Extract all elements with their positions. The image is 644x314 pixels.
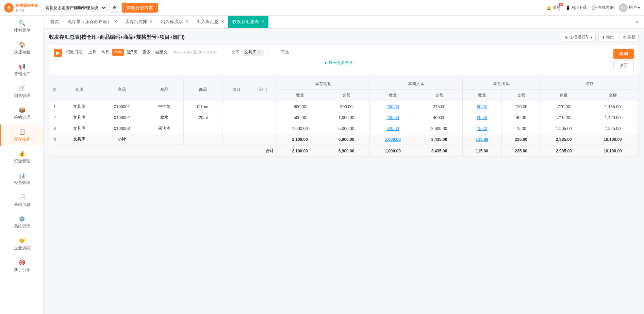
- sidebar-item-system[interactable]: ⚙️ 系统管理: [0, 212, 43, 233]
- row2-out-qty[interactable]: 20.00: [462, 112, 501, 123]
- date-btn-custom[interactable]: 自定义: [153, 49, 169, 56]
- user-menu[interactable]: Ea 用户 ▾: [619, 3, 640, 12]
- support-icon: 💬: [592, 5, 597, 10]
- tabs-bar: 首页 现存量（库存分布表） ✕ 库存批次账 ✕ 出入库流水 ✕ 出入库汇总 ✕ …: [44, 16, 644, 29]
- finance-icon: 💰: [19, 150, 26, 157]
- date-filter-label: 记账日期: [66, 49, 82, 55]
- row3-out-amt: 75.00: [501, 123, 541, 134]
- warehouse-more[interactable]: ...: [266, 50, 270, 55]
- tab-batch-close[interactable]: ✕: [150, 19, 153, 24]
- tab-inout-flow-close[interactable]: ✕: [185, 19, 188, 24]
- printer-icon: 🖨: [564, 35, 568, 40]
- sidebar-item-quick-nav[interactable]: 🏠 快捷导航: [0, 37, 43, 59]
- bell-icon: 🔔: [546, 5, 551, 10]
- tab-stock-dist-close[interactable]: ✕: [114, 19, 117, 24]
- print-button[interactable]: 🖨 按模板打印 ▾: [561, 33, 596, 42]
- tab-recv-send-label: 收发存汇总表: [232, 19, 259, 25]
- sidebar-item-finance[interactable]: 💰 资金管理: [0, 146, 43, 168]
- date-btn-7days[interactable]: 近7天: [125, 49, 139, 56]
- sidebar-item-purchase[interactable]: 📦 采购管理: [0, 103, 43, 125]
- row3-name: 采访本: [145, 123, 184, 134]
- main-wrapper: 🔍 搜索菜单 🏠 快捷导航 📢 营销推广 🛒 销售管理 📦 采购管理 📋 库存核…: [0, 16, 644, 314]
- col-name: 商品: [145, 78, 184, 101]
- sidebar-item-inventory[interactable]: 📋 库存核算: [0, 125, 43, 146]
- app-download-button[interactable]: 📱 App下载: [565, 5, 587, 11]
- row1-bal-amt: 1,155.00: [587, 101, 639, 112]
- row2-in-qty[interactable]: 230.00: [369, 112, 416, 123]
- page-header: 收发存汇总表(按仓库+商品编码+商品+规格型号+项目+部门) 🖨 按模板打印 ▾…: [49, 33, 639, 42]
- sidebar-label-inventory: 库存核算: [14, 136, 30, 142]
- sidebar-item-sales[interactable]: 🛒 销售管理: [0, 81, 43, 103]
- row3-open-qty: 1,000.00: [277, 123, 323, 134]
- data-table: ⚙ 仓库 商品 商品 商品 项目 部门 库存期初 本期入库 本期出库 结存: [49, 78, 639, 157]
- row2-bal-amt: 1,420.00: [587, 112, 639, 123]
- col-bal-qty: 数量: [541, 90, 587, 101]
- tab-stock-dist-label: 现存量（库存分布表）: [67, 19, 112, 25]
- settings-icon[interactable]: ⚙: [110, 3, 119, 13]
- download-icon: 📱: [565, 5, 571, 10]
- row2-no: 2: [49, 112, 60, 123]
- sidebar-item-enterprise[interactable]: 🤝 企业协同: [0, 233, 43, 255]
- table-gear-icon[interactable]: ⚙: [52, 87, 57, 93]
- query-button[interactable]: 查询: [613, 49, 634, 59]
- table-row: 3 文具库 0100003 采访本 1,000.00 5,000.00 520.…: [49, 123, 639, 134]
- col-out-amt: 金额: [501, 90, 541, 101]
- close-all-tabs[interactable]: ✕: [633, 19, 641, 25]
- tab-recv-send-close[interactable]: ✕: [261, 19, 264, 24]
- sidebar-item-business[interactable]: 📊 经营管理: [0, 168, 43, 190]
- col-out-qty: 数量: [462, 90, 501, 101]
- subtotal-out-qty[interactable]: 115.00: [462, 134, 501, 145]
- sidebar: 🔍 搜索菜单 🏠 快捷导航 📢 营销推广 🛒 销售管理 📦 采购管理 📋 库存核…: [0, 16, 44, 314]
- date-btn-this-year[interactable]: 本年: [112, 49, 124, 56]
- sidebar-label-search: 搜索菜单: [14, 28, 30, 33]
- sidebar-item-newbie[interactable]: 🎯 新手引导: [0, 255, 43, 277]
- experience-button[interactable]: 体验行业方案: [122, 3, 158, 13]
- subtotal-in-amt: 3,435.00: [416, 134, 462, 145]
- system-selector[interactable]: 装备及固定资产辅助管理系统: [41, 4, 107, 12]
- total-out-amt: 235.00: [501, 145, 541, 157]
- subtotal-out-amt: 235.00: [501, 134, 541, 145]
- refresh-icon: ↻: [623, 35, 626, 40]
- subtotal-in-qty[interactable]: 1,000.00: [369, 134, 416, 145]
- filter-settings-button[interactable]: 设置: [613, 60, 634, 71]
- online-support-button[interactable]: 💬 在线客服: [592, 5, 614, 11]
- tab-home[interactable]: 首页: [46, 16, 63, 29]
- row1-dept: [250, 101, 277, 112]
- expand-more-button[interactable]: ▼ 展开更多条件: [324, 60, 353, 66]
- tab-batch[interactable]: 库存批次账 ✕: [121, 16, 157, 29]
- subtotal-open-qty: 2,100.00: [277, 134, 323, 145]
- date-btn-this-month[interactable]: 本月: [99, 49, 111, 56]
- sidebar-item-basic[interactable]: 📄 基础信息: [0, 190, 43, 212]
- refresh-button[interactable]: ↻ 刷新: [620, 33, 639, 42]
- tab-inout-summary-close[interactable]: ✕: [221, 19, 224, 24]
- sidebar-item-marketing[interactable]: 📢 营销推广: [0, 59, 43, 81]
- row1-in-qty[interactable]: 250.00: [369, 101, 416, 112]
- row2-spec: 20ml: [184, 112, 223, 123]
- row3-out-qty[interactable]: 15.00: [462, 123, 501, 134]
- filter-row-1: 记账日期 上月 本月 本年 近7天 更多 自定义 2023-01-01 至 20…: [66, 49, 611, 56]
- total-bal-amt: 10,100.00: [587, 145, 639, 157]
- top-bar: 6 畅捷通好生意 标准版 装备及固定资产辅助管理系统 ⚙ 体验行业方案 🔔 消息…: [0, 0, 644, 16]
- tab-inout-summary[interactable]: 出入库汇总 ✕: [193, 16, 228, 29]
- row1-out-qty[interactable]: 80.00: [462, 101, 501, 112]
- row3-in-qty[interactable]: 520.00: [369, 123, 416, 134]
- top-bar-left: 6 畅捷通好生意 标准版 装备及固定资产辅助管理系统 ⚙ 体验行业方案: [4, 3, 158, 13]
- date-range-display: 2023-01-01 至 2023-12-31: [173, 50, 217, 55]
- date-btn-prev-month[interactable]: 上月: [86, 49, 98, 56]
- filter-main: 记账日期 上月 本月 本年 近7天 更多 自定义 2023-01-01 至 20…: [66, 49, 611, 66]
- tab-stock-dist[interactable]: 现存量（库存分布表） ✕: [63, 16, 121, 29]
- sidebar-item-search[interactable]: 🔍 搜索菜单: [0, 16, 43, 37]
- goods-more[interactable]: ...: [291, 50, 295, 55]
- filter-area: ▶ 记账日期 上月 本月 本年 近7天 更多 自定义: [49, 45, 639, 75]
- row3-project: [223, 123, 250, 134]
- sales-icon: 🛒: [19, 85, 26, 92]
- warehouse-tag-remove[interactable]: ✕: [258, 50, 261, 54]
- warehouse-filter: 仓库 文具库 ✕ ...: [231, 49, 270, 56]
- date-btn-more[interactable]: 更多: [141, 49, 152, 56]
- tab-recv-send[interactable]: 收发存汇总表 ✕: [228, 16, 268, 29]
- total-open-qty: 2,100.00: [277, 145, 323, 157]
- filter-toggle[interactable]: ▶: [54, 49, 62, 57]
- export-button[interactable]: ⬇ 导出: [598, 33, 617, 42]
- notifications-button[interactable]: 🔔 消息 6: [546, 5, 561, 11]
- tab-inout-flow[interactable]: 出入库流水 ✕: [157, 16, 193, 29]
